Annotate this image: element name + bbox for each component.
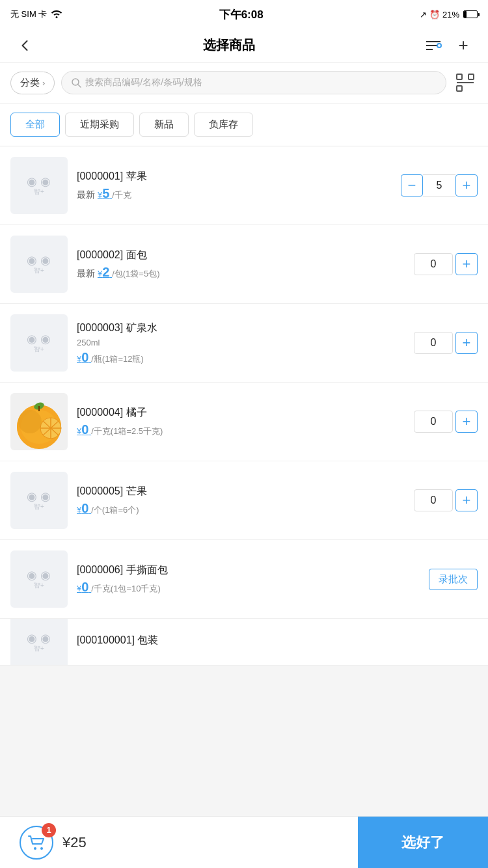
confirm-button[interactable]: 选好了 bbox=[358, 817, 488, 869]
filter-button[interactable] bbox=[422, 34, 445, 57]
bottom-bar: 1 ¥25 选好了 bbox=[0, 816, 488, 868]
status-time: 下午6:08 bbox=[219, 7, 264, 22]
increase-button[interactable]: + bbox=[455, 174, 478, 197]
wifi-icon bbox=[51, 9, 62, 20]
product-name: [0000001] 苹果 bbox=[77, 170, 392, 183]
quantity-control: + bbox=[414, 411, 478, 433]
battery-icon bbox=[463, 10, 478, 18]
tab-negative-stock[interactable]: 负库存 bbox=[194, 113, 253, 137]
list-item: ◉ ◉ 智+ [0000001] 苹果 最新 ¥5 /千克 − + bbox=[0, 146, 488, 225]
search-icon bbox=[71, 77, 81, 88]
search-bar[interactable]: 搜索商品编码/名称/条码/规格 bbox=[61, 71, 446, 94]
status-bar: 无 SIM 卡 下午6:08 ↗ ⏰ 21% bbox=[0, 0, 488, 29]
product-info: [0000006] 手撕面包 ¥0 /千克(1包=10千克) bbox=[77, 563, 420, 595]
quantity-input[interactable] bbox=[414, 489, 453, 511]
product-name: [0000006] 手撕面包 bbox=[77, 563, 420, 577]
list-item: ◉ ◉ 智+ [000100001] 包装 bbox=[0, 619, 488, 666]
tab-new[interactable]: 新品 bbox=[139, 113, 189, 137]
filter-tabs: 全部 近期采购 新品 负库存 bbox=[0, 103, 488, 146]
category-label: 分类 bbox=[20, 77, 40, 89]
category-button[interactable]: 分类 › bbox=[10, 72, 55, 94]
quantity-control: + bbox=[414, 332, 478, 354]
increase-button[interactable]: + bbox=[455, 411, 478, 433]
product-spec: 250ml bbox=[77, 338, 405, 347]
quantity-control: + bbox=[414, 489, 478, 511]
search-placeholder: 搜索商品编码/名称/条码/规格 bbox=[85, 77, 202, 88]
svg-point-23 bbox=[40, 847, 43, 850]
cart-button[interactable]: 1 bbox=[20, 826, 53, 860]
scan-button[interactable] bbox=[453, 70, 478, 95]
svg-point-13 bbox=[18, 410, 42, 433]
svg-point-22 bbox=[34, 847, 36, 850]
list-item: ◉ ◉ 智+ [0000006] 手撕面包 ¥0 /千克(1包=10千克) 录批… bbox=[0, 540, 488, 619]
list-item: [0000004] 橘子 ¥0 /千克(1箱=2.5千克) + bbox=[0, 383, 488, 461]
product-info: [0000002] 面包 最新 ¥2 /包(1袋=5包) bbox=[77, 249, 405, 280]
product-thumbnail: ◉ ◉ 智+ bbox=[10, 619, 68, 666]
product-info: [0000003] 矿泉水 250ml ¥0 /瓶(1箱=12瓶) bbox=[77, 321, 405, 365]
product-thumbnail: ◉ ◉ 智+ bbox=[10, 472, 68, 529]
quantity-input[interactable] bbox=[414, 253, 453, 275]
product-info: [000100001] 包装 bbox=[77, 634, 478, 650]
svg-rect-8 bbox=[457, 86, 462, 91]
product-list: ◉ ◉ 智+ [0000001] 苹果 最新 ¥5 /千克 − + bbox=[0, 146, 488, 666]
quantity-input[interactable] bbox=[414, 332, 453, 354]
product-price: ¥0 /个(1箱=6个) bbox=[77, 501, 405, 516]
location-icon: ↗ bbox=[420, 10, 427, 20]
list-item: ◉ ◉ 智+ [0000003] 矿泉水 250ml ¥0 /瓶(1箱=12瓶)… bbox=[0, 304, 488, 383]
status-left: 无 SIM 卡 bbox=[10, 8, 62, 20]
status-right: ↗ ⏰ 21% bbox=[420, 10, 478, 20]
product-name: [0000004] 橘子 bbox=[77, 406, 405, 420]
list-item: ◉ ◉ 智+ [0000002] 面包 最新 ¥2 /包(1袋=5包) + bbox=[0, 225, 488, 304]
alarm-icon: ⏰ bbox=[429, 10, 440, 20]
product-thumbnail: ◉ ◉ 智+ bbox=[10, 236, 68, 293]
increase-button[interactable]: + bbox=[455, 332, 478, 354]
batch-button[interactable]: 录批次 bbox=[429, 569, 478, 590]
list-item: ◉ ◉ 智+ [0000005] 芒果 ¥0 /个(1箱=6个) + bbox=[0, 461, 488, 540]
product-info: [0000005] 芒果 ¥0 /个(1箱=6个) bbox=[77, 485, 405, 516]
product-price: ¥0 /千克(1箱=2.5千克) bbox=[77, 422, 405, 437]
cart-badge: 1 bbox=[42, 823, 56, 837]
tab-all[interactable]: 全部 bbox=[10, 113, 60, 137]
cart-icon bbox=[27, 835, 46, 850]
cart-total: ¥25 bbox=[62, 834, 87, 851]
product-thumbnail bbox=[10, 393, 68, 450]
product-thumbnail: ◉ ◉ 智+ bbox=[10, 157, 68, 214]
back-button[interactable] bbox=[13, 34, 36, 57]
product-price: 最新 ¥5 /千克 bbox=[77, 186, 392, 201]
decrease-button[interactable]: − bbox=[401, 174, 423, 197]
quantity-control: + bbox=[414, 253, 478, 275]
quantity-input[interactable] bbox=[423, 174, 455, 197]
product-thumbnail: ◉ ◉ 智+ bbox=[10, 550, 68, 608]
tab-recent[interactable]: 近期采购 bbox=[65, 113, 134, 137]
product-info: [0000004] 橘子 ¥0 /千克(1箱=2.5千克) bbox=[77, 406, 405, 437]
increase-button[interactable]: + bbox=[455, 253, 478, 275]
svg-rect-7 bbox=[468, 74, 474, 79]
product-name: [0000005] 芒果 bbox=[77, 485, 405, 498]
increase-button[interactable]: + bbox=[455, 489, 478, 511]
product-name: [000100001] 包装 bbox=[77, 634, 478, 647]
product-price: 最新 ¥2 /包(1袋=5包) bbox=[77, 265, 405, 280]
toolbar: 分类 › 搜索商品编码/名称/条码/规格 bbox=[0, 62, 488, 103]
batch-control: 录批次 bbox=[429, 569, 478, 590]
scan-icon bbox=[455, 73, 475, 92]
quantity-input[interactable] bbox=[414, 411, 453, 433]
product-price: ¥0 /千克(1包=10千克) bbox=[77, 580, 420, 595]
page-title: 选择商品 bbox=[36, 36, 422, 54]
product-info: [0000001] 苹果 最新 ¥5 /千克 bbox=[77, 170, 392, 201]
product-price: ¥0 /瓶(1箱=12瓶) bbox=[77, 350, 405, 365]
product-thumbnail: ◉ ◉ 智+ bbox=[10, 314, 68, 372]
carrier-text: 无 SIM 卡 bbox=[10, 8, 47, 20]
svg-line-5 bbox=[78, 85, 81, 87]
product-name: [0000003] 矿泉水 bbox=[77, 321, 405, 335]
svg-rect-6 bbox=[457, 74, 462, 79]
add-button[interactable]: + bbox=[452, 34, 475, 57]
quantity-control: − + bbox=[401, 174, 478, 197]
svg-point-3 bbox=[437, 44, 441, 47]
page-header: 选择商品 + bbox=[0, 29, 488, 62]
category-arrow-icon: › bbox=[42, 78, 45, 88]
cart-area: 1 ¥25 bbox=[20, 826, 87, 860]
product-name: [0000002] 面包 bbox=[77, 249, 405, 262]
battery-percent: 21% bbox=[442, 10, 459, 20]
